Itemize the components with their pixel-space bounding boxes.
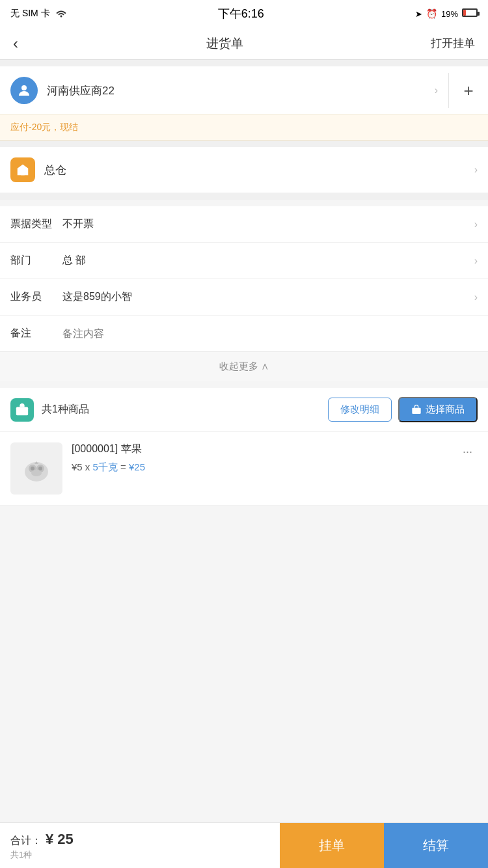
status-right: ➤ ⏰ 19% [415, 8, 478, 19]
warehouse-icon [10, 157, 35, 182]
product-price: ¥5 x 5千克 = ¥25 [72, 461, 457, 474]
total-section: 合计： ¥ 25 共1种 [0, 823, 280, 868]
collapse-bar[interactable]: 收起更多 ∧ [0, 351, 488, 381]
open-pending-button[interactable]: 打开挂单 [431, 36, 475, 51]
product-thumbnail [10, 442, 62, 495]
divider-top [0, 60, 488, 66]
invoice-type-value: 不开票 [62, 217, 469, 231]
product-item: [0000001] 苹果 ¥5 x 5千克 = ¥25 ··· [0, 432, 488, 506]
select-product-label: 选择商品 [426, 403, 465, 416]
svg-rect-2 [16, 407, 28, 415]
edit-detail-button[interactable]: 修改明细 [328, 398, 392, 422]
invoice-chevron-icon: › [474, 219, 478, 230]
salesperson-label: 业务员 [10, 290, 62, 304]
products-header: 共1种商品 修改明细 选择商品 [0, 388, 488, 432]
product-info: [0000001] 苹果 ¥5 x 5千克 = ¥25 [72, 442, 457, 474]
department-value: 总 部 [62, 254, 469, 267]
total-label: 合计： [10, 834, 42, 848]
remark-input[interactable] [62, 328, 478, 340]
products-count: 共1种商品 [42, 403, 328, 416]
salesperson-row[interactable]: 业务员 这是859的小智 › [0, 279, 488, 316]
total-row: 合计： ¥ 25 [10, 831, 269, 848]
svg-point-10 [38, 467, 42, 470]
supplier-name: 河南供应商22 [47, 83, 429, 98]
svg-point-0 [21, 85, 27, 90]
invoice-type-label: 票据类型 [10, 217, 62, 231]
warehouse-chevron-icon: › [474, 164, 478, 176]
form-section: 票据类型 不开票 › 部门 总 部 › 业务员 这是859的小智 › 备注 [0, 206, 488, 351]
products-icon [10, 398, 34, 422]
svg-point-9 [31, 467, 34, 470]
warehouse-name: 总仓 [44, 163, 469, 178]
checkout-button[interactable]: 结算 [384, 823, 488, 868]
product-more-button[interactable]: ··· [457, 442, 478, 461]
page-content: 河南供应商22 › + 应付-20元，现结 总仓 › 票据类型 不开票 › 部门 [0, 60, 488, 551]
department-label: 部门 [10, 254, 62, 267]
supplier-avatar [10, 77, 38, 104]
bottom-bar: 合计： ¥ 25 共1种 挂单 结算 [0, 822, 488, 868]
wifi-icon [55, 8, 67, 20]
divider-3 [0, 193, 488, 200]
time-display: 下午6:16 [218, 6, 264, 21]
department-row[interactable]: 部门 总 部 › [0, 243, 488, 279]
products-section: 共1种商品 修改明细 选择商品 [0, 388, 488, 506]
page-title: 进货单 [206, 35, 243, 52]
battery-icon [462, 8, 478, 19]
notice-banner: 应付-20元，现结 [0, 115, 488, 141]
total-count: 共1种 [10, 849, 269, 861]
product-name: [0000001] 苹果 [72, 442, 457, 456]
remark-label: 备注 [10, 327, 62, 340]
select-product-button[interactable]: 选择商品 [398, 397, 478, 422]
salesperson-value: 这是859的小智 [62, 290, 469, 304]
status-left: 无 SIM 卡 [10, 8, 67, 20]
invoice-type-row[interactable]: 票据类型 不开票 › [0, 206, 488, 243]
back-button[interactable]: ‹ [13, 34, 18, 53]
location-icon: ➤ [415, 9, 422, 19]
add-supplier-button[interactable]: + [449, 66, 488, 115]
status-bar: 无 SIM 卡 下午6:16 ➤ ⏰ 19% [0, 0, 488, 27]
sales-chevron-icon: › [474, 292, 478, 303]
warehouse-selector[interactable]: 总仓 › [0, 147, 488, 193]
supplier-section: 河南供应商22 › + [0, 66, 488, 115]
alarm-icon: ⏰ [426, 8, 437, 19]
nav-bar: ‹ 进货单 打开挂单 [0, 27, 488, 60]
dept-chevron-icon: › [474, 255, 478, 267]
svg-rect-1 [21, 171, 25, 175]
chevron-right-icon: › [435, 85, 438, 96]
carrier-text: 无 SIM 卡 [10, 8, 50, 20]
supplier-selector[interactable]: 河南供应商22 › [0, 66, 448, 115]
total-amount: ¥ 25 [46, 831, 74, 848]
divider-2 [0, 141, 488, 147]
battery-percent: 19% [441, 9, 458, 19]
svg-point-11 [31, 470, 42, 476]
pending-button[interactable]: 挂单 [280, 823, 384, 868]
remark-row: 备注 [0, 316, 488, 351]
